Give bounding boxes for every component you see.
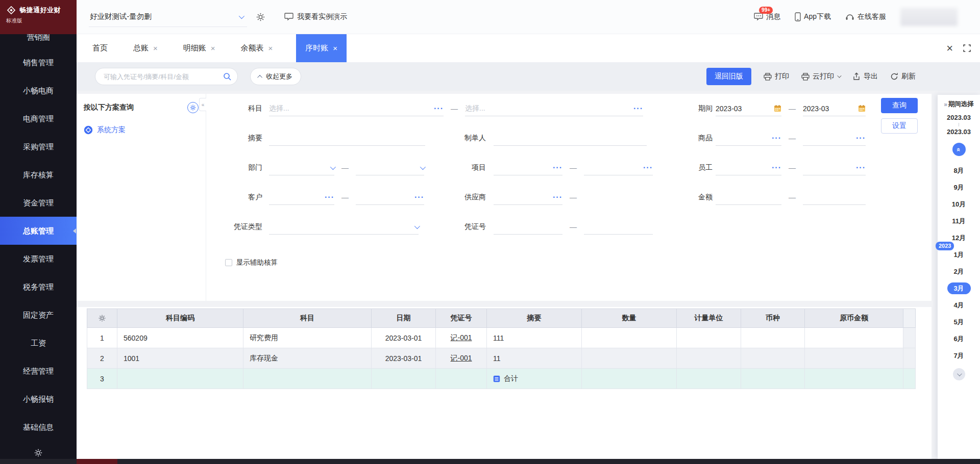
tab-journal[interactable]: 序时账× [296,34,347,62]
table-scrollbar[interactable] [903,328,916,348]
table-scrollbar[interactable] [903,369,916,389]
demo-link[interactable]: 我要看实例演示 [284,12,347,21]
sidebar-item-xiaochang-ecom[interactable]: 小畅电商 [0,76,77,105]
column-header-quantity[interactable]: 数量 [582,309,677,328]
maker-input[interactable] [494,131,647,146]
messages-button[interactable]: 99+ 消息 [754,12,780,21]
online-service-button[interactable]: 在线客服 [845,12,886,21]
calendar-icon[interactable] [774,105,781,112]
export-button[interactable]: 导出 [852,72,878,81]
voucher-link[interactable]: 记-001 [450,354,472,362]
close-icon[interactable]: × [153,44,158,52]
period-to-input[interactable]: 2023-03 [803,101,866,116]
refresh-button[interactable]: 刷新 [890,72,916,81]
goods-from-input[interactable]: ··· [716,131,781,146]
ellipsis-picker-icon[interactable]: ··· [414,193,424,201]
month-item-selected[interactable]: 3月 [938,280,980,297]
scroll-down-button[interactable] [953,368,965,380]
app-download-button[interactable]: App下载 [795,12,831,21]
project-to-input[interactable]: ··· [584,160,653,175]
ellipsis-picker-icon[interactable]: ··· [325,193,334,201]
ellipsis-picker-icon[interactable]: ··· [856,134,866,142]
amount-from-input[interactable] [716,190,781,205]
close-icon[interactable]: × [333,44,337,52]
collapse-more-button[interactable]: 收起更多 [250,68,301,85]
print-button[interactable]: 打印 [764,72,789,81]
sidebar-settings-gear-icon[interactable] [0,449,77,457]
month-item[interactable]: 9月 [938,179,980,196]
table-scrollbar[interactable] [903,309,916,328]
column-header-voucher[interactable]: 凭证号 [436,309,487,328]
voucher-type-select[interactable] [269,219,419,235]
topbar-gear-icon[interactable] [256,13,265,21]
user-account-blurred[interactable] [900,8,958,26]
project-from-input[interactable]: ··· [494,160,562,175]
search-icon[interactable] [223,72,231,81]
ellipsis-picker-icon[interactable]: ··· [772,164,781,172]
month-item[interactable]: 5月 [938,314,980,330]
department-to-select[interactable] [356,160,424,175]
subject-to-select[interactable]: 选择... ··· [465,101,643,116]
expand-panel-icon[interactable]: » [944,101,947,108]
customer-to-input[interactable]: ··· [356,190,424,205]
search-input[interactable] [104,73,223,81]
employee-from-input[interactable]: ··· [716,160,781,175]
close-icon[interactable]: × [211,44,215,52]
back-to-old-version-button[interactable]: 退回旧版 [706,68,751,85]
employee-to-input[interactable]: ··· [803,160,866,175]
sidebar-item-tax[interactable]: 税务管理 [0,273,77,301]
column-header-date[interactable]: 日期 [372,309,436,328]
column-header-unit[interactable]: 计量单位 [677,309,741,328]
voucher-no-to-input[interactable] [584,219,653,235]
table-row[interactable]: 2 1001 库存现金 2023-03-01 记-001 11 [87,348,916,369]
org-selector[interactable]: 好业财测试-量勿删 [89,7,247,27]
amount-to-input[interactable] [803,190,866,205]
customer-from-input[interactable]: ··· [269,190,334,205]
table-scrollbar[interactable] [903,348,916,369]
month-item[interactable]: 2月 [938,263,980,280]
column-header-original-amount[interactable]: 原币金额 [805,309,903,328]
aux-accounting-checkbox[interactable]: 显示辅助核算 [225,258,278,267]
sidebar-item-fixed-assets[interactable]: 固定资产 [0,301,77,329]
calendar-icon[interactable] [858,105,866,112]
column-header-subject[interactable]: 科目 [243,309,372,328]
sidebar-item-sales[interactable]: 销售管理 [0,48,77,76]
close-panel-icon[interactable]: × [946,43,953,54]
scroll-up-button[interactable]: « [952,143,966,156]
query-button[interactable]: 查询 [881,98,918,113]
ellipsis-picker-icon[interactable]: ··· [856,164,866,172]
checkbox-icon[interactable] [225,259,232,266]
ellipsis-picker-icon[interactable]: ··· [772,134,781,142]
sidebar-item-invoice[interactable]: 发票管理 [0,245,77,273]
system-scheme-item[interactable]: 系统方案 [84,125,199,135]
voucher-no-from-input[interactable] [494,219,562,235]
department-from-select[interactable] [269,160,334,175]
month-item[interactable]: 11月 [938,213,980,229]
subject-from-select[interactable]: 选择... ··· [269,101,444,116]
tab-home[interactable]: 首页 [90,34,110,62]
tab-detail-ledger[interactable]: 明细账× [181,34,217,62]
sidebar-item-basic-info[interactable]: 基础信息 [0,413,77,441]
period-from-input[interactable]: 2023-03 [716,101,781,116]
month-item[interactable]: 8月 [938,162,980,179]
sidebar-item-inventory[interactable]: 库存核算 [0,161,77,189]
tab-balance-sheet[interactable]: 余额表× [239,34,275,62]
ellipsis-picker-icon[interactable]: ··· [633,105,643,113]
fullscreen-icon[interactable] [963,44,971,52]
column-header-summary[interactable]: 摘要 [487,309,582,328]
sidebar-item-marketing[interactable]: 营销圈 [0,34,77,48]
table-row[interactable]: 1 560209 研究费用 2023-03-01 记-001 111 [87,328,916,348]
sidebar-item-operation[interactable]: 经营管理 [0,357,77,385]
ellipsis-picker-icon[interactable]: ··· [643,164,653,172]
column-header-code[interactable]: 科目编码 [117,309,243,328]
collapse-panel-icon[interactable]: « [199,98,206,111]
close-icon[interactable]: × [268,44,273,52]
month-item[interactable]: 10月 [938,196,980,213]
sidebar-item-expense[interactable]: 小畅报销 [0,385,77,413]
ellipsis-picker-icon[interactable]: ··· [553,164,562,172]
scheme-gear-icon[interactable] [187,102,199,113]
month-item[interactable]: 7月 [938,347,980,364]
sidebar-item-funds[interactable]: 资金管理 [0,189,77,217]
month-item[interactable]: 6月 [938,330,980,347]
ellipsis-picker-icon[interactable]: ··· [553,193,562,201]
